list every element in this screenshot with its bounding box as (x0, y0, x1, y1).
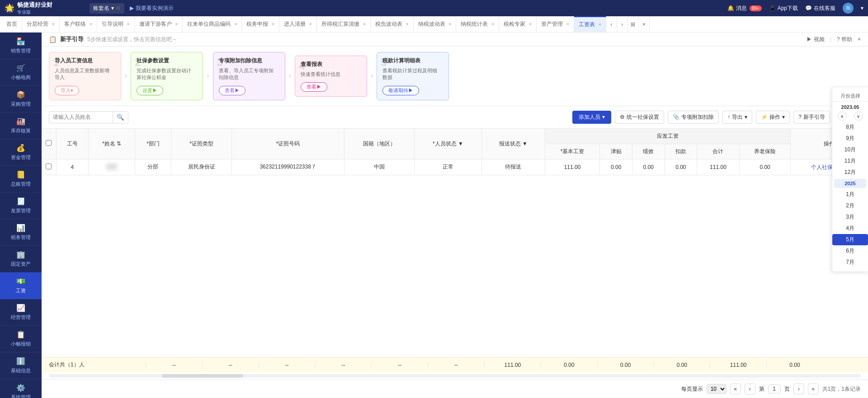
tab-guide[interactable]: 引导说明 × (97, 16, 135, 33)
account-selector[interactable]: 账套名 ▾ ⚙ (90, 3, 124, 14)
select-all-header (42, 129, 56, 159)
next-page-btn[interactable]: › (793, 384, 804, 394)
search-input[interactable] (49, 112, 113, 122)
tab-close-icon[interactable]: × (449, 22, 452, 27)
tab-tax-expert[interactable]: 税检专家 × (499, 16, 537, 33)
tab-close-icon[interactable]: × (599, 22, 601, 27)
step-2-title: 社保参数设置 (137, 57, 197, 65)
month-6[interactable]: 6月 (832, 245, 868, 257)
tab-prev-btn[interactable]: ‹ (606, 16, 617, 33)
tab-goods-code[interactable]: 往来单位商品编码 × (183, 16, 242, 33)
tab-fenceng[interactable]: 分层经营 × (22, 16, 60, 33)
message-btn[interactable]: 🔔 消息 99+ (727, 5, 762, 12)
guide-close-btn[interactable]: × (858, 36, 861, 42)
sidebar-item-salary[interactable]: 💵 工资 (0, 272, 42, 299)
tab-close-icon[interactable]: × (309, 22, 312, 27)
month-3[interactable]: 3月 (832, 211, 868, 223)
sidebar-item-fixed-assets[interactable]: 🏢 固定资产 (0, 246, 42, 272)
social-insurance-action-btn[interactable]: 个人社保 (811, 164, 833, 171)
filter-icon[interactable]: ▼ (458, 140, 463, 147)
prev-page-btn[interactable]: ‹ (745, 384, 755, 394)
demo-link[interactable]: ▶ 我要看实例演示 (130, 5, 174, 12)
tab-next-btn[interactable]: › (617, 16, 628, 33)
month-10[interactable]: 10月 (832, 144, 868, 155)
month-1[interactable]: 1月 (832, 189, 868, 200)
month-7[interactable]: 7月 (832, 257, 868, 268)
month-2[interactable]: 2月 (832, 200, 868, 211)
tab-close-icon[interactable]: × (52, 22, 55, 27)
month-9[interactable]: 9月 (832, 133, 868, 144)
month-5[interactable]: 5月 (832, 234, 868, 245)
tab-close-icon[interactable]: × (363, 22, 366, 27)
sidebar-item-sales[interactable]: 🏪 销售管理 (0, 33, 42, 59)
tab-tax-calc[interactable]: 所得税汇算清缴 × (317, 16, 371, 33)
sidebar-item-tax[interactable]: 📊 税务管理 (0, 219, 42, 246)
sidebar-item-inventory[interactable]: 🏭 库存核算 (0, 112, 42, 139)
last-page-btn[interactable]: » (808, 384, 819, 394)
tab-asset[interactable]: 资产管理 × (537, 16, 574, 33)
tab-close-icon[interactable]: × (90, 22, 92, 27)
tab-tax-stat[interactable]: 纳税统计表 × (456, 16, 499, 33)
tab-close-icon[interactable]: × (529, 22, 532, 27)
tab-close-icon[interactable]: × (272, 22, 274, 27)
social-insurance-btn[interactable]: ⚙ 统一社保设置 (615, 111, 664, 124)
help-link[interactable]: ? 帮助 (837, 36, 852, 43)
tab-close-icon[interactable]: × (127, 22, 130, 27)
gear-icon[interactable]: ⚙ (116, 5, 121, 11)
report-filter-icon[interactable]: ▼ (522, 140, 528, 147)
sidebar-item-ecommerce[interactable]: 🛒 小畅电商 (0, 59, 42, 86)
page-number[interactable]: 1 (768, 384, 781, 393)
sidebar-item-invoice[interactable]: 🧾 发票管理 (0, 192, 42, 219)
step-2-btn[interactable]: 设置▶ (137, 86, 163, 95)
tab-salary[interactable]: 工资表 × (574, 16, 606, 33)
cell-status: 正常 (415, 159, 481, 175)
month-next-btn[interactable]: ∨ (854, 112, 863, 121)
export-btn[interactable]: ↑ 导出 ▾ (722, 111, 752, 124)
sidebar-item-report[interactable]: 📋 小畅报销 (0, 326, 42, 352)
select-all-checkbox[interactable] (46, 140, 52, 146)
user-avatar[interactable]: 我 (843, 3, 854, 14)
step-1-btn[interactable]: 导入▾ (55, 86, 79, 95)
tab-kehu[interactable]: 客户联络 × (60, 16, 97, 33)
tab-close-icon[interactable]: × (234, 22, 237, 27)
sidebar-item-finance[interactable]: 💰 资金管理 (0, 139, 42, 166)
sidebar-item-ledger[interactable]: 📒 总账管理 (0, 166, 42, 192)
tab-close-icon[interactable]: × (406, 22, 409, 27)
month-12[interactable]: 12月 (832, 167, 868, 178)
tab-close-icon[interactable]: × (566, 22, 569, 27)
row-checkbox[interactable] (46, 164, 52, 169)
sidebar-item-purchase[interactable]: 📦 采购管理 (0, 86, 42, 112)
tab-close-icon[interactable]: × (175, 22, 178, 27)
video-link[interactable]: ▶ 视频 (807, 36, 824, 43)
month-4[interactable]: 4月 (832, 223, 868, 234)
sidebar-item-operations[interactable]: 📈 经营管理 (0, 299, 42, 326)
operations-btn[interactable]: ⚡ 操作 ▾ (756, 111, 790, 124)
tab-home[interactable]: 首页 (2, 16, 22, 33)
tab-close-icon[interactable]: × (491, 22, 494, 27)
newbie-guide-btn[interactable]: ? 新手引导 (793, 111, 830, 124)
step-5-btn[interactable]: 敬请期待▶ (382, 86, 419, 95)
tab-qingshu[interactable]: 进入清册 × (279, 16, 317, 33)
online-service-btn[interactable]: 💬 在线客服 (805, 5, 835, 12)
step-4-btn[interactable]: 查看▶ (301, 82, 327, 92)
horizontal-scrollbar[interactable] (42, 372, 868, 379)
tab-tax-report[interactable]: 税务申报 × (242, 16, 279, 33)
per-page-select[interactable]: 10 20 50 (707, 384, 726, 394)
month-11[interactable]: 11月 (832, 155, 868, 167)
search-button[interactable]: 🔍 (113, 112, 128, 123)
user-menu-icon[interactable]: ▾ (861, 5, 863, 11)
tab-invite[interactable]: 邀请下游客户 × (135, 16, 183, 33)
add-person-btn[interactable]: 添加人员 ▾ (572, 111, 611, 124)
tab-menu-btn[interactable]: ⊞ (628, 16, 639, 33)
tab-close-all-btn[interactable]: × (639, 16, 650, 33)
sidebar-item-basic-info[interactable]: ℹ️ 基础信息 (0, 352, 42, 379)
tab-tax-dong[interactable]: 纳税波动表 × (414, 16, 457, 33)
month-prev-btn[interactable]: ∧ (838, 112, 847, 121)
sidebar-item-sys-mgmt[interactable]: ⚙️ 系统管理 (0, 379, 42, 398)
step-3-btn[interactable]: 查看▶ (219, 86, 245, 95)
app-download-btn[interactable]: 📱 App下载 (769, 5, 798, 12)
special-deduction-btn[interactable]: 📎 专项附加扣除 (668, 111, 719, 124)
first-page-btn[interactable]: « (730, 384, 741, 394)
tab-tax-wave[interactable]: 税负波动表 × (371, 16, 414, 33)
month-8[interactable]: 8月 (832, 122, 868, 133)
